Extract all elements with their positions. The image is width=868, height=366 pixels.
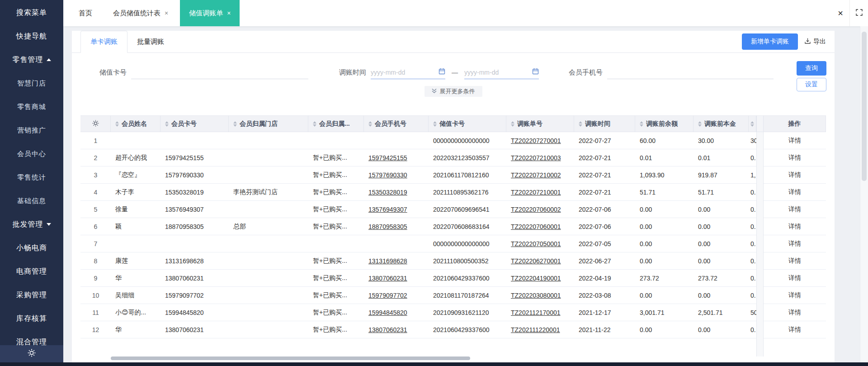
sort-carets-icon[interactable]	[368, 121, 372, 127]
column-header-card_no[interactable]: 会员卡号	[160, 116, 229, 132]
close-window-button[interactable]: ×	[831, 0, 849, 26]
adjust_no-link[interactable]: TZ202207210002	[511, 171, 561, 179]
detail-link[interactable]: 详情	[788, 309, 801, 317]
fullscreen-button[interactable]	[850, 0, 868, 26]
tab-batch-adjust[interactable]: 批量调账	[127, 31, 174, 52]
sidebar-item-会员中心[interactable]: 会员中心	[0, 142, 63, 166]
adjust_no-link[interactable]: TZ202207210003	[511, 154, 561, 162]
detail-link[interactable]: 详情	[788, 274, 801, 282]
adjust_no-link[interactable]: TZ202207210001	[511, 189, 561, 196]
adjust_no-link[interactable]: TZ202204190001	[511, 275, 561, 282]
phone-link[interactable]: 15797690330	[368, 171, 407, 179]
phone-link[interactable]: 18870958305	[368, 223, 407, 230]
phone-link[interactable]: 15979425155	[368, 154, 407, 162]
calendar-icon[interactable]	[439, 68, 445, 76]
detail-link[interactable]: 详情	[788, 240, 801, 248]
search-button[interactable]: 查询	[797, 61, 826, 76]
sidebar-item-电商管理[interactable]: 电商管理	[0, 260, 63, 283]
add-adjustment-button[interactable]: 新增单卡调账	[742, 33, 798, 50]
adjust_no-link[interactable]: TZ202112170001	[511, 309, 561, 316]
column-header-balance_before[interactable]: 调账前余额	[635, 116, 693, 132]
page-scrollbar-thumb[interactable]	[862, 32, 867, 181]
expand-more-button[interactable]: 展开更多条件	[425, 86, 482, 97]
phone-link[interactable]: 15994845820	[368, 309, 407, 316]
detail-link[interactable]: 详情	[788, 257, 801, 265]
sort-carets-icon[interactable]	[579, 121, 582, 127]
table-vertical-scrollbar[interactable]	[756, 132, 764, 356]
sidebar-item-基础信息[interactable]: 基础信息	[0, 189, 63, 213]
column-header-adjust_no[interactable]: 调账单号	[506, 116, 574, 132]
calendar-icon[interactable]	[532, 68, 539, 76]
detail-link[interactable]: 详情	[788, 154, 801, 162]
detail-link[interactable]: 详情	[788, 326, 801, 334]
horizontal-scrollbar-thumb[interactable]	[111, 356, 470, 360]
adjust_no-link[interactable]: TZ202207060002	[511, 206, 561, 213]
tab-会员储值统计表[interactable]: 会员储值统计表×	[104, 0, 177, 26]
adjust_no-link[interactable]: TZ202207060001	[511, 223, 561, 230]
adjust_no-link[interactable]: TZ202111220001	[511, 326, 560, 333]
sort-carets-icon[interactable]	[165, 121, 169, 127]
sort-carets-icon[interactable]	[640, 121, 643, 127]
sidebar-item-搜索菜单[interactable]: 搜索菜单	[0, 1, 63, 24]
phone-link[interactable]: 13807060231	[368, 275, 407, 282]
sidebar-settings-button[interactable]	[0, 345, 63, 362]
tab-close-icon[interactable]: ×	[165, 10, 168, 16]
detail-link[interactable]: 详情	[788, 205, 801, 214]
date-end-input[interactable]: yyyy-mm-dd	[464, 66, 539, 79]
tab-close-icon[interactable]: ×	[227, 10, 231, 16]
sidebar-item-小畅电商[interactable]: 小畅电商	[0, 236, 63, 260]
column-settings-header[interactable]	[80, 116, 111, 132]
column-header-action[interactable]: 操作	[764, 116, 826, 132]
phone-link[interactable]: 13576949307	[368, 206, 407, 213]
column-header-clipped[interactable]	[749, 116, 756, 132]
page-scrollbar[interactable]	[860, 26, 868, 362]
detail-link[interactable]: 详情	[788, 291, 801, 299]
card-no-input[interactable]	[131, 66, 308, 79]
sidebar-item-零售统计[interactable]: 零售统计	[0, 166, 63, 189]
sort-carets-icon[interactable]	[313, 121, 316, 127]
column-header-adjust_time[interactable]: 调账时间	[574, 116, 635, 132]
tab-single-card-adjust[interactable]: 单卡调账	[80, 31, 127, 53]
table-horizontal-scrollbar[interactable]	[80, 356, 826, 360]
sort-carets-icon[interactable]	[750, 121, 754, 127]
tab-首页[interactable]: 首页	[70, 0, 101, 26]
gear-icon[interactable]	[92, 120, 99, 128]
cell-store	[229, 132, 308, 149]
sidebar-item-零售商城[interactable]: 零售商城	[0, 95, 63, 119]
column-header-principal_before[interactable]: 调账前本金	[693, 116, 749, 132]
date-start-input[interactable]: yyyy-mm-dd	[371, 66, 445, 79]
column-header-belong[interactable]: 会员归属...	[308, 116, 364, 132]
sort-carets-icon[interactable]	[433, 121, 437, 127]
phone-link[interactable]: 15979097702	[368, 292, 407, 299]
sidebar-item-零售管理[interactable]: 零售管理	[0, 48, 63, 71]
adjust_no-link[interactable]: TZ202203080001	[511, 292, 561, 299]
sort-carets-icon[interactable]	[698, 121, 702, 127]
sidebar-item-快捷导航[interactable]: 快捷导航	[0, 24, 63, 48]
tab-储值调账单[interactable]: 储值调账单×	[180, 0, 240, 26]
export-button[interactable]: 导出	[804, 38, 826, 46]
sort-carets-icon[interactable]	[233, 121, 237, 127]
adjust_no-link[interactable]: TZ202207050001	[511, 240, 561, 247]
phone-link[interactable]: 13131698628	[368, 257, 407, 265]
column-header-name[interactable]: 会员姓名	[111, 116, 160, 132]
column-header-phone[interactable]: 会员手机号	[364, 116, 429, 132]
sidebar-item-库存核算[interactable]: 库存核算	[0, 307, 63, 330]
sort-carets-icon[interactable]	[115, 121, 119, 127]
column-header-value_card_no[interactable]: 储值卡号	[429, 116, 506, 132]
sidebar-item-智慧门店[interactable]: 智慧门店	[0, 71, 63, 95]
detail-link[interactable]: 详情	[788, 171, 801, 179]
phone-link[interactable]: 15350328019	[368, 189, 407, 196]
phone-input[interactable]	[607, 66, 774, 79]
sidebar-item-营销推广[interactable]: 营销推广	[0, 119, 63, 142]
phone-link[interactable]: 13807060231	[368, 326, 407, 333]
detail-link[interactable]: 详情	[788, 137, 801, 145]
adjust_no-link[interactable]: TZ202207270001	[511, 137, 561, 144]
detail-link[interactable]: 详情	[788, 223, 801, 231]
adjust_no-link[interactable]: TZ202206270001	[511, 257, 561, 265]
column-header-store[interactable]: 会员归属门店	[229, 116, 308, 132]
sidebar-item-批发管理[interactable]: 批发管理	[0, 213, 63, 236]
detail-link[interactable]: 详情	[788, 188, 801, 196]
settings-button[interactable]: 设置	[797, 78, 826, 91]
sort-carets-icon[interactable]	[511, 121, 514, 127]
sidebar-item-采购管理[interactable]: 采购管理	[0, 283, 63, 307]
